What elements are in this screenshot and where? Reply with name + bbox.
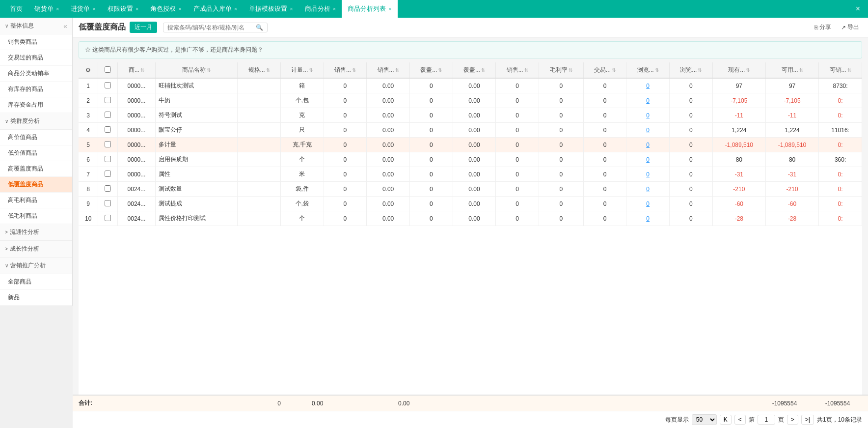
row-browse1[interactable]: 0 — [626, 197, 670, 211]
next-page-button[interactable]: > — [787, 415, 798, 425]
search-icon[interactable]: 🔍 — [256, 24, 263, 31]
column-browse2: 浏览...⇅ — [670, 62, 713, 78]
close-icon[interactable]: × — [333, 6, 336, 12]
row-sales-amt: 0.00 — [367, 78, 410, 93]
nav-tab-analysis[interactable]: 商品分析 × — [299, 0, 342, 18]
row-select-checkbox[interactable] — [105, 126, 111, 133]
sidebar-wrapper: ∨ 整体信息 « 销售类商品 交易过的商品 商品分类动销率 有库存的商品 库存资… — [0, 18, 73, 428]
row-checkbox[interactable] — [98, 197, 118, 211]
row-gross-rate: 0 — [539, 167, 583, 182]
row-checkbox[interactable] — [98, 138, 118, 152]
row-checkbox[interactable] — [98, 182, 118, 197]
table-row: 2 0000... 牛奶 个,包 0 0.00 0 0.00 0 0 0 0 0… — [79, 93, 862, 108]
row-browse1[interactable]: 0 — [626, 152, 670, 167]
sidebar-item-traded-goods[interactable]: 交易过的商品 — [0, 50, 72, 66]
row-select-checkbox[interactable] — [105, 200, 111, 206]
last-page-button[interactable]: >| — [801, 415, 814, 425]
close-icon[interactable]: × — [136, 6, 138, 12]
close-icon[interactable]: × — [56, 6, 59, 12]
row-checkbox[interactable] — [98, 93, 118, 108]
row-spec — [238, 182, 281, 197]
row-browse1[interactable]: 0 — [626, 211, 670, 226]
select-all-checkbox[interactable] — [105, 66, 111, 73]
row-checkbox[interactable] — [98, 108, 118, 123]
table-row: 3 0000... 符号测试 克 0 0.00 0 0.00 0 0 0 0 0… — [79, 108, 862, 123]
row-select-checkbox[interactable] — [105, 185, 111, 192]
sidebar-section-cluster[interactable]: ∨ 类群度分析 — [0, 113, 72, 130]
sidebar-item-high-value[interactable]: 高价值商品 — [0, 130, 72, 145]
column-cover-num: 覆盖...⇅ — [409, 62, 453, 78]
row-browse1[interactable]: 0 — [626, 182, 670, 197]
row-select-checkbox[interactable] — [105, 171, 111, 177]
row-checkbox[interactable] — [98, 211, 118, 226]
close-icon[interactable]: × — [388, 6, 391, 12]
sidebar-item-sales-goods[interactable]: 销售类商品 — [0, 34, 72, 50]
column-settings[interactable]: ⚙ — [79, 62, 98, 78]
row-checkbox[interactable] — [98, 167, 118, 182]
close-icon[interactable]: × — [290, 6, 293, 12]
row-sales-qty: 0 — [324, 78, 367, 93]
row-browse1[interactable]: 0 — [626, 78, 670, 93]
column-spec: 规格...⇅ — [238, 62, 281, 78]
sidebar-collapse-btn[interactable]: « — [63, 22, 67, 30]
page-number-input[interactable] — [758, 415, 775, 425]
sidebar-section-circulation[interactable]: > 流通性分析 — [0, 224, 72, 241]
close-icon[interactable]: × — [178, 6, 181, 12]
nav-tab-template[interactable]: 单据模板设置 × — [243, 0, 298, 18]
search-input[interactable] — [167, 24, 256, 31]
page-size-select[interactable]: 50 100 200 — [692, 414, 717, 425]
sidebar-item-high-gross[interactable]: 高毛利商品 — [0, 193, 72, 208]
row-checkbox[interactable] — [98, 152, 118, 167]
sidebar-item-low-coverage[interactable]: 低覆盖度商品 — [0, 177, 72, 193]
export-button[interactable]: ↗ 导出 — [838, 22, 862, 33]
page-input-label: 第 — [749, 416, 755, 424]
row-no: 1 — [79, 78, 98, 93]
row-checkbox[interactable] — [98, 123, 118, 138]
row-browse1[interactable]: 0 — [626, 138, 670, 152]
nav-tab-roles[interactable]: 角色授权 × — [144, 0, 187, 18]
sidebar-section-growth[interactable]: > 成长性分析 — [0, 241, 72, 257]
row-cover-pct: 0.00 — [453, 211, 496, 226]
close-icon[interactable]: × — [92, 6, 95, 12]
sidebar-item-low-gross[interactable]: 低毛利商品 — [0, 208, 72, 224]
close-all-button[interactable]: × — [852, 4, 864, 13]
sidebar-item-stocked-goods[interactable]: 有库存的商品 — [0, 82, 72, 97]
row-select-checkbox[interactable] — [105, 156, 111, 162]
nav-tab-home[interactable]: 首页 — [4, 0, 28, 18]
row-browse1[interactable]: 0 — [626, 93, 670, 108]
row-select-checkbox[interactable] — [105, 141, 111, 147]
prev-page-button[interactable]: < — [734, 415, 746, 425]
row-browse2: 0 — [670, 123, 713, 138]
row-browse1[interactable]: 0 — [626, 167, 670, 182]
nav-tab-permissions[interactable]: 权限设置 × — [102, 0, 144, 18]
row-cover-pct: 0.00 — [453, 123, 496, 138]
nav-tab-analysis-list[interactable]: 商品分析列表 × — [342, 0, 397, 18]
column-sales-qty: 销售...⇅ — [324, 62, 367, 78]
sidebar-item-all-goods[interactable]: 全部商品 — [0, 274, 72, 290]
sidebar-item-new-goods[interactable]: 新品 — [0, 290, 72, 306]
row-current-stock: -31 — [712, 167, 765, 182]
row-select-checkbox[interactable] — [105, 112, 111, 118]
sidebar-section-marketing[interactable]: ∨ 营销推广分析 — [0, 257, 72, 274]
row-sales-qty: 0 — [324, 152, 367, 167]
share-button[interactable]: ⎘ 分享 — [812, 22, 834, 33]
sidebar-item-high-coverage[interactable]: 高覆盖度商品 — [0, 161, 72, 177]
sidebar-item-stock-capital[interactable]: 库存资金占用 — [0, 97, 72, 113]
row-gross-rate: 0 — [539, 211, 583, 226]
sidebar-item-low-value[interactable]: 低价值商品 — [0, 145, 72, 161]
sidebar-section-overall[interactable]: ∨ 整体信息 « — [0, 18, 72, 34]
sidebar-item-category-rate[interactable]: 商品分类动销率 — [0, 66, 72, 82]
row-cover-num: 0 — [409, 123, 453, 138]
row-browse1[interactable]: 0 — [626, 123, 670, 138]
row-select-checkbox[interactable] — [105, 215, 111, 221]
close-icon[interactable]: × — [234, 6, 237, 12]
row-checkbox[interactable] — [98, 78, 118, 93]
nav-tab-sales[interactable]: 销货单 × — [28, 0, 65, 18]
row-select-checkbox[interactable] — [105, 97, 111, 103]
row-browse1[interactable]: 0 — [626, 108, 670, 123]
first-page-button[interactable]: K — [720, 415, 732, 425]
time-filter-button[interactable]: 近一月 — [130, 22, 157, 33]
nav-tab-purchase[interactable]: 进货单 × — [65, 0, 101, 18]
row-select-checkbox[interactable] — [105, 82, 111, 88]
nav-tab-products[interactable]: 产成品入库单 × — [188, 0, 243, 18]
